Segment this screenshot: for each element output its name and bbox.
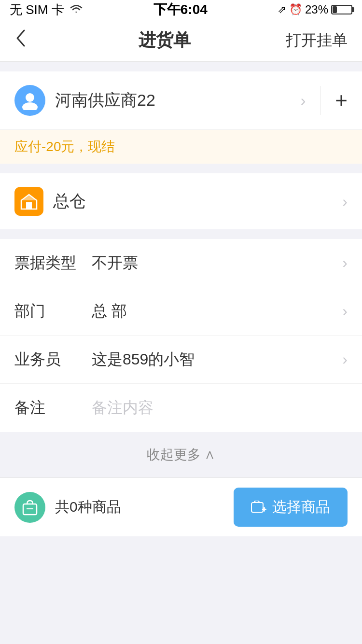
status-right: ⇗ ⏰ 23% bbox=[278, 3, 352, 16]
alarm-icon: ⏰ bbox=[289, 3, 302, 16]
battery-icon bbox=[331, 5, 352, 14]
salesman-value: 这是859的小智 bbox=[92, 349, 342, 370]
wifi-icon bbox=[69, 2, 84, 17]
status-left: 无 SIM 卡 bbox=[10, 1, 84, 18]
remark-row[interactable]: 备注 备注内容 bbox=[0, 384, 362, 432]
gap-2 bbox=[0, 164, 362, 173]
department-row[interactable]: 部门 总 部 › bbox=[0, 287, 362, 336]
supplier-info: 河南供应商22 bbox=[55, 89, 301, 112]
svg-point-1 bbox=[22, 102, 38, 110]
location-icon: ⇗ bbox=[278, 3, 286, 16]
page-fill bbox=[0, 536, 362, 644]
status-bar: 无 SIM 卡 下午6:04 ⇗ ⏰ 23% bbox=[0, 0, 362, 19]
supplier-right-actions: › + bbox=[301, 86, 348, 115]
page-title: 进货单 bbox=[139, 28, 191, 52]
warehouse-row[interactable]: 总仓 › bbox=[0, 173, 362, 229]
supplier-section: 河南供应商22 › + 应付-20元，现结 bbox=[0, 71, 362, 164]
notice-text: 应付-20元，现结 bbox=[14, 139, 115, 154]
notice-bar: 应付-20元，现结 bbox=[0, 130, 362, 164]
gap-3 bbox=[0, 229, 362, 239]
collapse-label: 收起更多 ∧ bbox=[147, 446, 216, 464]
nav-bar: 进货单 打开挂单 bbox=[0, 19, 362, 62]
product-count-text: 共0种商品 bbox=[55, 497, 224, 517]
invoice-type-label: 票据类型 bbox=[14, 252, 82, 274]
svg-rect-3 bbox=[26, 202, 32, 209]
warehouse-chevron-icon: › bbox=[342, 193, 348, 210]
supplier-avatar bbox=[14, 85, 45, 116]
department-label: 部门 bbox=[14, 301, 82, 322]
open-pending-button[interactable]: 打开挂单 bbox=[286, 30, 348, 51]
svg-point-0 bbox=[26, 93, 34, 102]
select-product-label: 选择商品 bbox=[272, 497, 330, 517]
supplier-name: 河南供应商22 bbox=[55, 91, 155, 109]
bottom-bar: 共0种商品 选择商品 bbox=[0, 477, 362, 536]
invoice-type-row[interactable]: 票据类型 不开票 › bbox=[0, 239, 362, 287]
remark-label: 备注 bbox=[14, 397, 82, 419]
invoice-type-chevron-icon: › bbox=[342, 254, 348, 272]
carrier-text: 无 SIM 卡 bbox=[10, 1, 64, 18]
gap-1 bbox=[0, 62, 362, 71]
supplier-row[interactable]: 河南供应商22 › + bbox=[0, 71, 362, 130]
svg-rect-7 bbox=[251, 503, 263, 512]
salesman-label: 业务员 bbox=[14, 349, 82, 370]
warehouse-label: 总仓 bbox=[53, 190, 342, 212]
remark-input[interactable]: 备注内容 bbox=[92, 397, 348, 419]
add-supplier-button[interactable]: + bbox=[320, 86, 348, 115]
department-chevron-icon: › bbox=[342, 302, 348, 320]
salesman-row[interactable]: 业务员 这是859的小智 › bbox=[0, 336, 362, 384]
supplier-chevron-icon: › bbox=[301, 92, 306, 110]
invoice-type-value: 不开票 bbox=[92, 252, 342, 274]
select-product-button[interactable]: 选择商品 bbox=[234, 488, 348, 527]
form-section: 票据类型 不开票 › 部门 总 部 › 业务员 这是859的小智 › 备注 备注… bbox=[0, 239, 362, 432]
back-button[interactable] bbox=[14, 28, 43, 52]
department-value: 总 部 bbox=[92, 301, 342, 322]
warehouse-icon bbox=[14, 187, 43, 216]
collapse-button[interactable]: 收起更多 ∧ bbox=[0, 432, 362, 477]
battery-text: 23% bbox=[305, 3, 328, 16]
svg-marker-4 bbox=[21, 195, 37, 200]
salesman-chevron-icon: › bbox=[342, 350, 348, 368]
status-time: 下午6:04 bbox=[153, 0, 208, 19]
product-icon bbox=[14, 492, 45, 523]
